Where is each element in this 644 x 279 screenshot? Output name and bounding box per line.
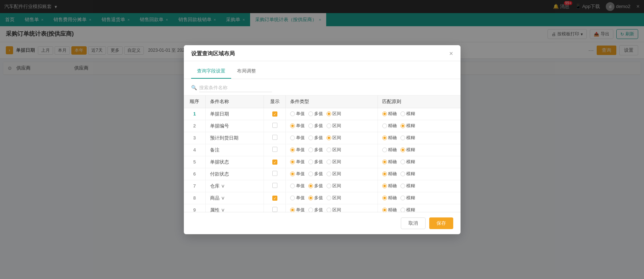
dialog-tab-layout-label: 布局调整 [237,68,256,74]
settings-dialog: 设置查询区域布局 × 查询字段设置 布局调整 🔍 顺序 [184,45,461,78]
dialog-tab-bar: 查询字段设置 布局调整 [184,61,461,78]
dialog-tab-fields-label: 查询字段设置 [197,68,225,74]
modal-overlay: 设置查询区域布局 × 查询字段设置 布局调整 🔍 顺序 [0,0,644,78]
dialog-title: 设置查询区域布局 [191,50,235,57]
dialog-header: 设置查询区域布局 × [184,45,461,61]
dialog-close-button[interactable]: × [449,50,453,57]
dialog-tab-layout[interactable]: 布局调整 [231,66,262,78]
dialog-tab-fields[interactable]: 查询字段设置 [191,66,231,78]
